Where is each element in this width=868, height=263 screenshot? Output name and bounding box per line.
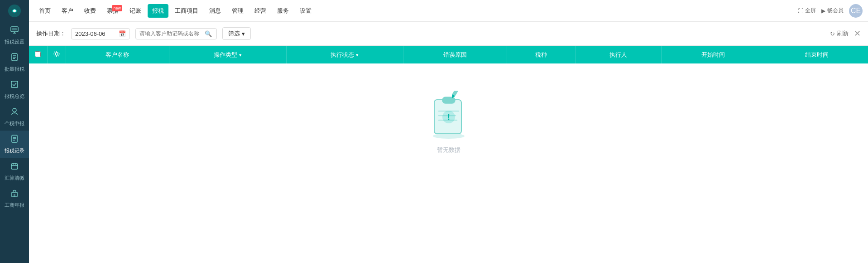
main-area: 首页客户收费票据new记账报税工商项目消息管理经营服务设置 ⛶ 全屏 ▶ 畅会员…	[29, 0, 868, 263]
date-input[interactable]	[75, 30, 116, 37]
refresh-icon: ↻	[830, 30, 835, 37]
gear-icon	[53, 50, 60, 58]
svg-point-11	[13, 108, 16, 112]
svg-rect-21	[14, 194, 15, 197]
sidebar-item-huisuan-jiaona[interactable]: 汇算清缴	[0, 158, 29, 185]
th-status[interactable]: 执行状态▾	[286, 46, 403, 63]
data-table: 客户名称操作类型▾执行状态▾错误原因税种执行人开始时间结束时间	[29, 46, 868, 181]
nav-item-baoshui[interactable]: 报税	[148, 4, 168, 18]
fullscreen-btn[interactable]: ⛶ 全屏	[798, 7, 816, 15]
sidebar-item-baoshui-zonglam[interactable]: 报税总览	[0, 76, 29, 103]
refresh-button[interactable]: ↻ 刷新	[830, 29, 849, 38]
sidebar-item-baoshui-shezhi[interactable]: 报税设置	[0, 22, 29, 49]
chevron-down-icon: ▾	[242, 30, 245, 37]
select-all-checkbox[interactable]	[35, 51, 41, 57]
th-endtime: 结束时间	[765, 46, 868, 63]
sidebar-label-gesui-shenbao: 个税申报	[5, 120, 24, 127]
member-btn[interactable]: ▶ 畅会员	[821, 7, 844, 15]
avatar[interactable]: CE	[849, 4, 863, 18]
filter-bar: 操作日期： 📅 🔍 筛选 ▾ ↻ 刷新 ✕	[29, 22, 868, 46]
member-label: 畅会员	[827, 7, 844, 15]
topnav: 首页客户收费票据new记账报税工商项目消息管理经营服务设置 ⛶ 全屏 ▶ 畅会员…	[29, 0, 868, 22]
sidebar-item-piliang-baoshui[interactable]: 批量报税	[0, 49, 29, 76]
content-area: 操作日期： 📅 🔍 筛选 ▾ ↻ 刷新 ✕	[29, 22, 868, 263]
empty-icon: !	[426, 91, 471, 141]
nav-item-shezhi[interactable]: 设置	[295, 4, 316, 18]
filter-bar-right: ↻ 刷新 ✕	[830, 29, 861, 39]
member-icon: ▶	[821, 8, 825, 14]
filter-button[interactable]: 筛选 ▾	[222, 27, 251, 40]
sidebar-icon-piliang-baoshui	[10, 53, 19, 64]
calendar-icon: 📅	[119, 30, 126, 37]
refresh-label: 刷新	[837, 29, 849, 38]
filter-label-text: 筛选	[228, 29, 240, 38]
th-taxtype: 税种	[507, 46, 575, 63]
svg-point-1	[13, 10, 16, 12]
sidebar-label-piliang-baoshui: 批量报税	[5, 66, 24, 73]
nav-item-shoufei[interactable]: 收费	[80, 4, 101, 18]
empty-state: ! 暂无数据	[29, 63, 868, 181]
svg-rect-16	[11, 164, 18, 169]
table-header-row: 客户名称操作类型▾执行状态▾错误原因税种执行人开始时间结束时间	[29, 46, 868, 63]
sidebar-icon-gesui-shenbao	[10, 107, 19, 118]
empty-text: 暂无数据	[437, 146, 460, 154]
topnav-right: ⛶ 全屏 ▶ 畅会员 CE	[798, 4, 863, 18]
search-input[interactable]	[139, 30, 203, 37]
search-icon[interactable]: 🔍	[205, 30, 212, 37]
sidebar-icon-baoshui-zonglam	[10, 80, 19, 91]
th-name: 客户名称	[66, 46, 169, 63]
sidebar-item-gongshang-nianbao[interactable]: 工商年报	[0, 185, 29, 212]
svg-point-22	[55, 53, 58, 55]
nav-badge-piaoju: new	[112, 5, 122, 11]
app-logo	[0, 0, 29, 22]
date-picker[interactable]: 📅	[71, 28, 130, 39]
sidebar-label-baoshui-zonglam: 报税总览	[5, 93, 24, 100]
avatar-text: CE	[851, 7, 861, 15]
sidebar-label-gongshang-nianbao: 工商年报	[5, 202, 24, 209]
sidebar-icon-baoshui-jilu	[10, 134, 19, 146]
th-type[interactable]: 操作类型▾	[169, 46, 286, 63]
nav-item-home[interactable]: 首页	[34, 4, 55, 18]
svg-text:!: !	[447, 112, 450, 122]
nav-item-piaoju[interactable]: 票据new	[102, 4, 123, 18]
sidebar-item-gesui-shenbao[interactable]: 个税申报	[0, 103, 29, 131]
fullscreen-label: 全屏	[805, 7, 816, 15]
nav-item-gongshang[interactable]: 工商项目	[170, 4, 203, 18]
sidebar-icon-baoshui-shezhi	[10, 25, 19, 37]
sort-arrow-status: ▾	[356, 52, 359, 58]
nav-item-guanli[interactable]: 管理	[227, 4, 248, 18]
th-check	[29, 46, 47, 63]
nav-item-xiaoxi[interactable]: 消息	[205, 4, 225, 18]
sidebar-icon-gongshang-nianbao	[10, 189, 19, 200]
th-starttime: 开始时间	[662, 46, 765, 63]
sidebar-label-huisuan-jiaona: 汇算清缴	[5, 175, 24, 181]
sidebar-label-baoshui-shezhi: 报税设置	[5, 39, 24, 45]
fullscreen-icon: ⛶	[798, 8, 803, 14]
svg-rect-3	[12, 28, 17, 30]
svg-rect-26	[442, 97, 455, 103]
nav-items: 首页客户收费票据new记账报税工商项目消息管理经营服务设置	[34, 4, 798, 18]
th-executor: 执行人	[575, 46, 662, 63]
sidebar-icon-huisuan-jiaona	[10, 161, 19, 173]
sort-arrow-type: ▾	[239, 52, 242, 58]
sidebar-item-baoshui-jilu[interactable]: 报税记录	[0, 131, 29, 158]
nav-item-jizhang[interactable]: 记账	[125, 4, 146, 18]
svg-rect-10	[11, 81, 18, 88]
sidebar-label-baoshui-jilu: 报税记录	[5, 147, 24, 154]
th-error: 错误原因	[403, 46, 507, 63]
th-gear	[47, 46, 66, 63]
nav-item-fuwu[interactable]: 服务	[273, 4, 293, 18]
table-wrap: 客户名称操作类型▾执行状态▾错误原因税种执行人开始时间结束时间	[29, 46, 868, 263]
date-label: 操作日期：	[36, 29, 66, 38]
sidebar: 报税设置批量报税报税总览个税申报报税记录汇算清缴工商年报	[0, 0, 29, 263]
nav-item-customer[interactable]: 客户	[57, 4, 78, 18]
search-wrap[interactable]: 🔍	[135, 28, 217, 39]
nav-item-jingying[interactable]: 经营	[250, 4, 271, 18]
close-button[interactable]: ✕	[854, 29, 861, 39]
